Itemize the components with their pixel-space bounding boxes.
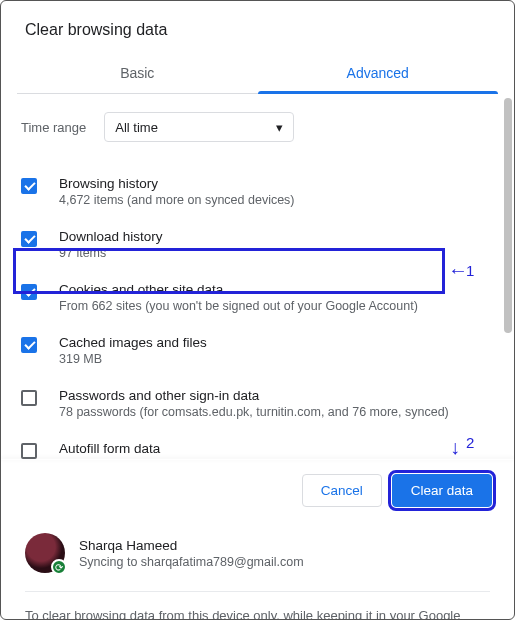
arrow-left-icon [448, 259, 464, 282]
option-title: Cookies and other site data [59, 282, 418, 297]
time-range-value: All time [115, 120, 158, 135]
tab-advanced[interactable]: Advanced [258, 55, 499, 93]
option-sub: 78 passwords (for comsats.edu.pk, turnit… [59, 405, 449, 419]
option-sub: 319 MB [59, 352, 207, 366]
option-passwords[interactable]: Passwords and other sign-in data 78 pass… [21, 380, 494, 433]
checkbox[interactable] [21, 337, 37, 353]
options-scroll-area: Time range All time ▾ Browsing history 4… [1, 94, 514, 459]
option-cookies[interactable]: Cookies and other site data From 662 sit… [21, 274, 494, 327]
option-cached[interactable]: Cached images and files 319 MB [21, 327, 494, 380]
option-title: Download history [59, 229, 163, 244]
clear-data-button[interactable]: Clear data [392, 474, 492, 507]
option-browsing-history[interactable]: Browsing history 4,672 items (and more o… [21, 168, 494, 221]
option-title: Cached images and files [59, 335, 207, 350]
dialog-actions: ↓ 2 Cancel Clear data [1, 460, 514, 525]
sync-icon: ⟳ [51, 559, 67, 575]
dialog-title: Clear browsing data [1, 1, 514, 55]
chevron-down-icon: ▾ [276, 120, 283, 135]
avatar: ⟳ [25, 533, 65, 573]
option-download-history[interactable]: Download history 97 items [21, 221, 494, 274]
option-sub: From 662 sites (you won't be signed out … [59, 299, 418, 313]
annotation-arrow-1: 1 [448, 259, 474, 282]
option-title: Autofill form data [59, 441, 160, 456]
footer-note: To clear browsing data from this device … [1, 592, 514, 620]
cancel-button[interactable]: Cancel [302, 474, 382, 507]
annotation-label-2: 2 [466, 436, 474, 450]
arrow-down-icon: ↓ [450, 438, 460, 456]
option-autofill[interactable]: Autofill form data [21, 433, 494, 459]
annotation-label-1: 1 [466, 262, 474, 279]
account-sync-status: Syncing to sharqafatima789@gmail.com [79, 555, 304, 569]
note-text-a: To clear browsing data from this device … [25, 608, 460, 620]
clear-browsing-data-dialog: Clear browsing data Basic Advanced Time … [1, 1, 514, 620]
option-title: Passwords and other sign-in data [59, 388, 449, 403]
time-range-label: Time range [21, 120, 86, 135]
option-title: Browsing history [59, 176, 295, 191]
scrollbar[interactable] [504, 98, 512, 333]
checkbox[interactable] [21, 284, 37, 300]
account-name: Sharqa Hameed [79, 538, 304, 553]
account-row: ⟳ Sharqa Hameed Syncing to sharqafatima7… [1, 525, 514, 591]
time-range-select[interactable]: All time ▾ [104, 112, 294, 142]
annotation-arrow-2: ↓ 2 [450, 438, 460, 456]
tab-basic[interactable]: Basic [17, 55, 258, 93]
checkbox[interactable] [21, 390, 37, 406]
option-sub: 4,672 items (and more on synced devices) [59, 193, 295, 207]
option-sub: 97 items [59, 246, 163, 260]
options-list: Browsing history 4,672 items (and more o… [21, 168, 494, 459]
checkbox[interactable] [21, 231, 37, 247]
checkbox[interactable] [21, 443, 37, 459]
time-range-row: Time range All time ▾ [21, 94, 494, 168]
checkbox[interactable] [21, 178, 37, 194]
tab-bar: Basic Advanced [17, 55, 498, 94]
